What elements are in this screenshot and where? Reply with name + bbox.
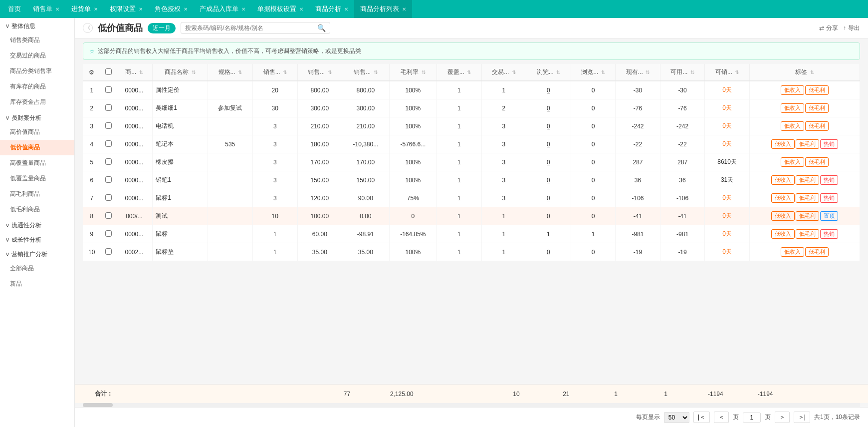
row-checkbox[interactable] (105, 140, 112, 147)
next-page-button[interactable]: ＞ (775, 412, 790, 423)
sidebar-item-low-coverage[interactable]: 低覆盖量商品 (0, 171, 74, 186)
browse1-link[interactable]: 0 (547, 177, 550, 184)
cell-browse1[interactable]: 0 (526, 207, 571, 225)
nav-role-close[interactable]: ✕ (184, 6, 188, 12)
nav-inventory[interactable]: 产成品入库单 ✕ (194, 0, 251, 18)
th-trade[interactable]: 交易... ⇅ (481, 64, 526, 81)
browse1-link[interactable]: 0 (547, 141, 550, 148)
browse1-link[interactable]: 0 (547, 159, 550, 166)
th-tags[interactable]: 标签 ⇅ (749, 64, 860, 81)
select-all-checkbox[interactable] (105, 68, 112, 75)
search-icon[interactable]: 🔍 (317, 24, 326, 32)
cell-browse1[interactable]: 0 (526, 171, 571, 189)
row-checkbox[interactable] (105, 176, 112, 183)
sidebar-item-category-rate[interactable]: 商品分类销售率 (0, 63, 74, 79)
row-checkbox[interactable] (105, 212, 112, 219)
browse1-link[interactable]: 0 (547, 249, 550, 256)
cell-browse1[interactable]: 0 (526, 243, 571, 261)
sidebar-item-high-value[interactable]: 高价值商品 (0, 124, 74, 140)
browse1-link[interactable]: 0 (547, 213, 550, 220)
search-input[interactable] (185, 24, 314, 31)
th-cover[interactable]: 覆盖... ⇅ (437, 64, 482, 81)
export-button[interactable]: ↑ 导出 (843, 24, 860, 32)
cell-checkbox[interactable] (101, 225, 116, 243)
sidebar-group-marketing[interactable]: ∨ 营销推广分析 (0, 246, 74, 261)
nav-permission-close[interactable]: ✕ (139, 6, 143, 12)
nav-purchase-close[interactable]: ✕ (94, 6, 98, 12)
sidebar-item-new-goods[interactable]: 新品 (0, 276, 74, 292)
nav-analysis-list-close[interactable]: ✕ (402, 6, 406, 12)
row-checkbox[interactable] (105, 248, 112, 255)
th-sale2[interactable]: 销售... ⇅ (297, 64, 342, 81)
th-browse2[interactable]: 浏览... ⇅ (571, 64, 616, 81)
th-available[interactable]: 可用... ⇅ (660, 64, 705, 81)
nav-sales-close[interactable]: ✕ (55, 6, 59, 12)
cell-checkbox[interactable] (101, 99, 116, 117)
nav-purchase[interactable]: 进货单 ✕ (65, 0, 104, 18)
cell-checkbox[interactable] (101, 207, 116, 225)
th-current[interactable]: 现有... ⇅ (616, 64, 660, 81)
nav-template[interactable]: 单据模板设置 ✕ (251, 0, 309, 18)
row-checkbox[interactable] (105, 194, 112, 201)
nav-inventory-close[interactable]: ✕ (241, 6, 245, 12)
sidebar-item-sales-goods[interactable]: 销售类商品 (0, 32, 74, 48)
scrollbar-thumb[interactable] (83, 403, 113, 407)
nav-home[interactable]: 首页 (2, 0, 27, 18)
th-settings[interactable]: ⚙ (83, 64, 101, 81)
per-page-select[interactable]: 50 100 200 (664, 412, 689, 423)
page-number-input[interactable] (743, 413, 761, 423)
cell-browse1[interactable]: 0 (526, 153, 571, 171)
sidebar-item-low-margin[interactable]: 低毛利商品 (0, 202, 74, 217)
cell-browse1[interactable]: 0 (526, 81, 571, 99)
sidebar-group-flow[interactable]: ∨ 流通性分析 (0, 217, 74, 232)
cell-checkbox[interactable] (101, 243, 116, 261)
collapse-sidebar-button[interactable]: 《 (83, 23, 93, 33)
cell-browse1[interactable]: 0 (526, 189, 571, 207)
cell-browse1[interactable]: 0 (526, 117, 571, 135)
browse1-link[interactable]: 0 (547, 87, 550, 94)
browse1-link[interactable]: 0 (547, 123, 550, 130)
cell-checkbox[interactable] (101, 135, 116, 153)
th-margin[interactable]: 毛利率 ⇅ (389, 64, 437, 81)
th-sale1[interactable]: 销售... ⇅ (253, 64, 298, 81)
th-browse1[interactable]: 浏览... ⇅ (526, 64, 571, 81)
cell-browse1[interactable]: 0 (526, 135, 571, 153)
nav-analysis-list[interactable]: 商品分析列表 ✕ (354, 0, 412, 18)
row-checkbox[interactable] (105, 230, 112, 237)
cell-checkbox[interactable] (101, 81, 116, 99)
nav-analysis[interactable]: 商品分析 ✕ (309, 0, 354, 18)
cell-checkbox[interactable] (101, 171, 116, 189)
last-page-button[interactable]: ＞| (794, 412, 810, 423)
th-spec[interactable]: 规格... ⇅ (208, 64, 253, 81)
nav-sales[interactable]: 销售单 ✕ (27, 0, 65, 18)
sidebar-item-all-goods[interactable]: 全部商品 (0, 261, 74, 276)
first-page-button[interactable]: |＜ (693, 412, 710, 423)
sidebar-item-low-value[interactable]: 低价值商品 (0, 140, 74, 155)
sidebar-item-high-coverage[interactable]: 高覆盖量商品 (0, 155, 74, 171)
sidebar-group-overall[interactable]: ∨ 整体信息 (0, 18, 74, 32)
nav-template-close[interactable]: ✕ (299, 6, 303, 12)
th-sale3[interactable]: 销售... ⇅ (342, 64, 390, 81)
cell-checkbox[interactable] (101, 117, 116, 135)
sidebar-item-inventory-capital[interactable]: 库存资金占用 (0, 94, 74, 110)
browse1-link[interactable]: 1 (547, 231, 550, 238)
filter-tag-month[interactable]: 近一月 (148, 23, 176, 33)
row-checkbox[interactable] (105, 122, 112, 129)
nav-role[interactable]: 角色授权 ✕ (149, 0, 194, 18)
sidebar-item-traded[interactable]: 交易过的商品 (0, 48, 74, 63)
prev-page-button[interactable]: ＜ (714, 412, 729, 423)
th-saleable[interactable]: 可销... ⇅ (705, 64, 750, 81)
th-name[interactable]: 商品名称 ⇅ (153, 64, 208, 81)
sidebar-group-financial[interactable]: ∨ 员财案分析 (0, 110, 74, 124)
row-checkbox[interactable] (105, 158, 112, 165)
row-checkbox[interactable] (105, 86, 112, 93)
cell-browse1[interactable]: 0 (526, 99, 571, 117)
th-checkbox[interactable] (101, 64, 116, 81)
share-button[interactable]: ⇄ 分享 (819, 24, 838, 32)
browse1-link[interactable]: 0 (547, 195, 550, 202)
sidebar-group-growth[interactable]: ∨ 成长性分析 (0, 232, 74, 246)
th-code[interactable]: 商... ⇅ (116, 64, 153, 81)
browse1-link[interactable]: 0 (547, 105, 550, 112)
row-checkbox[interactable] (105, 104, 112, 111)
horizontal-scrollbar[interactable] (83, 403, 860, 407)
